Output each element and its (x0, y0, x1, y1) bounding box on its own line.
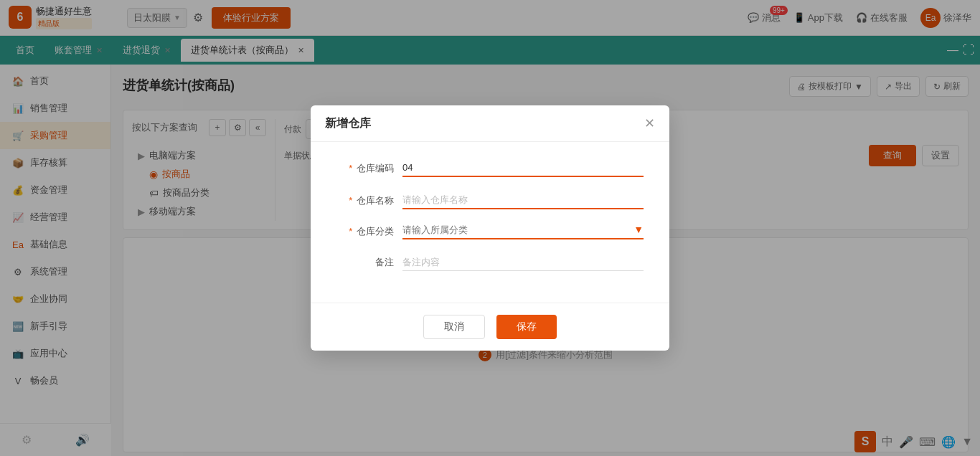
modal-body: * 仓库编码 * 仓库名称 * 仓库分类 (311, 142, 669, 303)
code-input[interactable] (402, 159, 644, 177)
modal-footer: 取消 保存 (311, 303, 669, 351)
note-input[interactable] (402, 254, 644, 271)
type-label-text: 仓库分类 (357, 226, 394, 237)
type-label: * 仓库分类 (336, 225, 394, 238)
modal-title: 新增仓库 (325, 116, 371, 131)
form-row-type: * 仓库分类 ▼ (336, 224, 644, 239)
modal-close-icon[interactable]: ✕ (644, 115, 655, 131)
cancel-button[interactable]: 取消 (423, 315, 485, 339)
note-label-text: 备注 (375, 257, 394, 267)
type-required: * (349, 226, 352, 237)
name-required: * (349, 195, 352, 206)
name-label: * 仓库名称 (336, 194, 394, 207)
code-label-text: 仓库编码 (357, 163, 394, 174)
type-select-wrapper: ▼ (402, 224, 644, 239)
code-label: * 仓库编码 (336, 162, 394, 175)
modal-new-warehouse: 新增仓库 ✕ * 仓库编码 * 仓库名称 (311, 105, 669, 351)
name-label-text: 仓库名称 (357, 195, 394, 206)
modal-header: 新增仓库 ✕ (311, 105, 669, 142)
form-row-note: 备注 (336, 254, 644, 271)
form-row-code: * 仓库编码 (336, 159, 644, 177)
type-arrow-icon: ▼ (633, 224, 644, 235)
code-required: * (349, 163, 352, 174)
save-button[interactable]: 保存 (496, 315, 557, 339)
type-input[interactable] (402, 224, 633, 235)
note-label: 备注 (336, 256, 394, 269)
modal-overlay: 新增仓库 ✕ * 仓库编码 * 仓库名称 (0, 0, 980, 456)
name-input[interactable] (402, 191, 644, 209)
form-row-name: * 仓库名称 (336, 191, 644, 209)
